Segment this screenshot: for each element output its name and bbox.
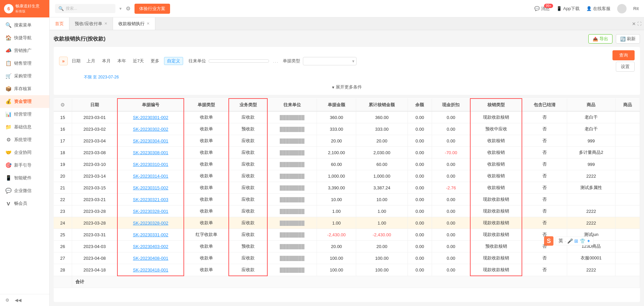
sidebar-item-hardware[interactable]: 📱 智能硬件 (0, 172, 49, 184)
date-btn-this-month[interactable]: 本月 (100, 57, 113, 65)
sidebar-item-enterprise[interactable]: 🤝 企业协同 (0, 146, 49, 159)
basics-icon: 📁 (5, 124, 11, 130)
row-doc-no[interactable]: SK-20230331-002 (117, 229, 183, 241)
sidebar-nav: 🔍 搜索菜单 🏠 快捷导航 📣 营销推广 📋 销售管理 🛒 采购管理 📦 库存核… (0, 17, 49, 294)
topbar-dropdown-icon[interactable]: ▾ (119, 6, 122, 11)
row-doc-type: 收款单 (184, 123, 229, 135)
row-goods2 (615, 182, 640, 194)
row-writeoff-type: 收款核销 (470, 147, 522, 159)
sidebar-item-member[interactable]: V 畅会员 (0, 197, 49, 210)
row-amount: 1.00 (317, 217, 356, 229)
sidebar-item-sales[interactable]: 📋 销售管理 (0, 57, 49, 70)
topbar-settings-icon[interactable]: ⚙ (126, 5, 130, 12)
logo: 6 畅康道好生意 标推版 (0, 0, 49, 17)
row-date: 2023-03-02 (72, 123, 117, 135)
tab-receivable[interactable]: 预收/应收付单 ✕ (69, 17, 113, 30)
row-total-writeoff: 10.00 (356, 194, 408, 205)
sidebar-item-system[interactable]: ⚙ 系统管理 (0, 133, 49, 146)
sidebar-item-wechat[interactable]: 💬 企业微信 (0, 184, 49, 197)
row-doc-no[interactable]: SK-20230328-002 (117, 217, 183, 229)
row-total-writeoff: 1,000.00 (356, 170, 408, 182)
row-amount: 10.00 (317, 194, 356, 205)
row-include-settled: 否 (522, 159, 567, 170)
sidebar-item-finance[interactable]: 💰 资金管理 (0, 95, 49, 108)
tab-close-icon[interactable]: ✕ (632, 21, 636, 26)
tab-writeoff-close[interactable]: ✕ (147, 21, 150, 26)
message-badge-item[interactable]: 💬 消息 99+ (534, 6, 550, 12)
row-biz-type: 应收款 (229, 194, 267, 205)
row-doc-no[interactable]: SK-20230308-001 (117, 147, 183, 159)
row-doc-no[interactable]: SK-20230302-002 (117, 123, 183, 135)
date-btn-last-month[interactable]: 上月 (85, 57, 97, 65)
sidebar-item-shortcuts[interactable]: 🏠 快捷导航 (0, 32, 49, 44)
guide-icon: 🎯 (5, 162, 11, 168)
row-doc-no[interactable]: SK-20230328-001 (117, 205, 183, 217)
date-btn-7days[interactable]: 近7天 (131, 57, 146, 65)
row-total-writeoff: 3,387.24 (356, 182, 408, 194)
date-btn-custom[interactable]: 自定义 (164, 57, 183, 65)
row-doc-no[interactable]: SK-20230321-003 (117, 194, 183, 205)
sidebar-item-guide[interactable]: 🎯 新手引导 (0, 159, 49, 172)
expand-more-icon: ▾ (332, 85, 334, 90)
row-biz-type: 应收款 (229, 205, 267, 217)
table-row: 282023-04-18SK-20230418-001收款单应收款███████… (54, 264, 640, 276)
expand-more-button[interactable]: ▾ 展开更多条件 (59, 83, 635, 91)
row-doc-no[interactable]: SK-20230304-001 (117, 135, 183, 147)
sidebar-item-operations[interactable]: 📊 经营管理 (0, 108, 49, 121)
row-doc-no[interactable]: SK-20230301-002 (117, 111, 183, 123)
row-doc-no[interactable]: SK-20230310-001 (117, 159, 183, 170)
row-doc-no[interactable]: SK-20230403-002 (117, 241, 183, 252)
table-row: 162023-03-02SK-20230302-002收款单预收款███████… (54, 123, 640, 135)
filter-expand-button[interactable]: » (59, 57, 68, 65)
date-range-display: 不限 至 2023-07-26 (84, 74, 119, 80)
service-label: 在线客服 (593, 6, 610, 12)
tab-writeoff[interactable]: 收款核销执行 ✕ (113, 17, 155, 30)
tab-receivable-close[interactable]: ✕ (104, 21, 107, 26)
row-doc-no[interactable]: SK-20230408-001 (117, 252, 183, 264)
row-amount: 60.00 (317, 159, 356, 170)
row-doc-type: 收款单 (184, 205, 229, 217)
date-btn-this-year[interactable]: 本年 (115, 57, 128, 65)
row-cash-discount: 0.00 (432, 264, 470, 276)
counterpart-input[interactable] (209, 59, 269, 63)
row-doc-type: 收款单 (184, 147, 229, 159)
settings-icon[interactable]: ⚙ (5, 298, 9, 303)
row-goods: 测试多属性 (567, 182, 615, 194)
column-settings-button[interactable]: ⚙ (60, 102, 65, 108)
online-service-item[interactable]: 👤 在线客服 (586, 6, 610, 12)
row-writeoff-type: 现款收款核销 (470, 194, 522, 205)
topbar: 🔍 搜索... ▾ ⚙ 体验行业方案 💬 消息 99+ 📱 App下载 👤 在线… (50, 0, 644, 17)
sidebar-item-basics[interactable]: 📁 基础信息 (0, 121, 49, 133)
search-icon: 🔍 (58, 6, 64, 11)
setting-button[interactable]: 设置 (616, 62, 635, 72)
row-goods: 老白干 (567, 111, 615, 123)
filter-actions: 查询 设置 (612, 50, 635, 72)
row-doc-no[interactable]: SK-20230418-001 (117, 264, 183, 276)
row-balance: 0.00 (408, 217, 432, 229)
refresh-button[interactable]: 🔄 刷新 (616, 34, 640, 44)
tab-expand-icon[interactable]: ⛶ (637, 21, 641, 26)
export-button[interactable]: 📤 导出 (588, 34, 612, 44)
logo-text: 畅康道好生意 (15, 4, 40, 9)
collapse-icon[interactable]: ◀◀ (15, 298, 21, 303)
query-button[interactable]: 查询 (612, 50, 635, 60)
tab-home[interactable]: 首页 (50, 17, 69, 30)
row-goods2 (615, 194, 640, 205)
row-total-writeoff: 360.00 (356, 111, 408, 123)
row-total-writeoff: -2,430.00 (356, 229, 408, 241)
date-btn-more[interactable]: 更多 (149, 57, 161, 65)
row-include-settled: 否 (522, 205, 567, 217)
row-biz-type: 应收款 (229, 135, 267, 147)
doc-type-select[interactable] (303, 57, 357, 65)
sidebar-item-marketing[interactable]: 📣 营销推广 (0, 44, 49, 57)
sidebar-item-purchase[interactable]: 🛒 采购管理 (0, 70, 49, 82)
app-download-item[interactable]: 📱 App下载 (556, 6, 580, 12)
row-doc-no[interactable]: SK-20230314-001 (117, 170, 183, 182)
sidebar-item-inventory[interactable]: 📦 库存核算 (0, 82, 49, 95)
row-amount: 360.00 (317, 111, 356, 123)
industry-solution-button[interactable]: 体验行业方案 (135, 4, 170, 14)
avatar[interactable] (617, 4, 627, 13)
row-doc-type: 收款单 (184, 217, 229, 229)
row-doc-no[interactable]: SK-20230315-002 (117, 182, 183, 194)
sidebar-item-search[interactable]: 🔍 搜索菜单 (0, 19, 49, 32)
